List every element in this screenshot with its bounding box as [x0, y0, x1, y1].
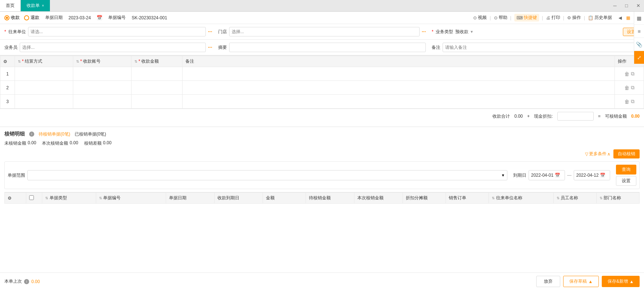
sort-account-icon[interactable]: ⇅ — [76, 59, 79, 63]
chevron-up-icon: ∧ — [607, 152, 610, 157]
gear-icon[interactable]: ⚙ — [3, 59, 7, 64]
history-btn[interactable]: 📋 历史单据 — [588, 15, 612, 21]
sort-number-icon[interactable]: ⇅ — [99, 196, 102, 200]
row3-account[interactable] — [73, 95, 131, 109]
scroll-area[interactable]: 收款 退款 单据日期 2023-03-24 📅 单据编号 SK-20230324… — [0, 12, 644, 273]
date-end-input[interactable]: 2022-04-12 📅 — [574, 170, 610, 180]
due-date-label: 到期日 — [513, 172, 526, 179]
date-end-calendar-icon: 📅 — [600, 173, 605, 178]
calendar-icon[interactable]: 📅 — [97, 15, 102, 20]
shortcut-icon: ⌨ — [517, 15, 523, 20]
note-input[interactable] — [443, 43, 640, 52]
unchecked-label: 未核销金额 — [4, 140, 26, 146]
done-tab[interactable]: 已核销单据(0笔) — [75, 131, 106, 137]
sort-dept-icon[interactable]: ⇅ — [600, 196, 602, 200]
tab-close-icon[interactable]: × — [42, 4, 44, 8]
sort-staff-icon[interactable]: ⇅ — [557, 196, 559, 200]
tab-home[interactable]: 首页 — [0, 0, 21, 11]
range-select[interactable]: ▾ — [27, 170, 507, 180]
more-conditions-label: 更多条件 — [589, 151, 606, 157]
counterparty-more-btn[interactable]: ··· — [208, 29, 212, 35]
select-all-checkbox[interactable] — [29, 195, 34, 200]
query-form: 单据范围 ▾ 到期日 2022-04-01 📅 — 2022-04-12 — [4, 161, 640, 189]
staff-more-btn[interactable]: ··· — [208, 44, 212, 50]
row3-note[interactable] — [182, 95, 615, 109]
window-controls: ─ □ ✕ — [609, 0, 644, 12]
radio-receipt-label: 收款 — [11, 15, 20, 21]
row2-settlement[interactable] — [15, 81, 73, 95]
col-bottom-dept: ⇅ 部门名称 — [596, 193, 639, 204]
bottom-gear-icon[interactable]: ⚙ — [8, 196, 12, 201]
row2-account[interactable] — [73, 81, 131, 95]
verify-info-icon[interactable]: i — [29, 132, 34, 137]
col-bottom-checkbox[interactable] — [26, 193, 42, 204]
filter-right: ▽ 更多条件 ∧ 自动核销 — [585, 149, 640, 158]
close-button[interactable]: ✕ — [632, 0, 644, 12]
sidebar-icon-attachment[interactable]: 📎 — [634, 38, 644, 51]
row1-note[interactable] — [182, 67, 615, 81]
radio-receipt[interactable]: 收款 — [4, 15, 20, 21]
more-conditions-btn[interactable]: ▽ 更多条件 ∧ — [585, 151, 610, 157]
shortcut-btn[interactable]: ⌨ 快捷键 — [514, 14, 539, 21]
row3-copy-icon[interactable]: ⧉ — [631, 98, 635, 105]
main-wrapper: 收款 退款 单据日期 2023-03-24 📅 单据编号 SK-20230324… — [0, 12, 644, 290]
sidebar-icon-document[interactable]: ≡ — [634, 25, 644, 38]
row3-delete-icon[interactable]: 🗑 — [624, 99, 629, 105]
sidebar-icon-table[interactable]: ▦ — [634, 12, 644, 25]
query-button[interactable]: 查询 — [616, 165, 636, 175]
maximize-button[interactable]: □ — [621, 0, 632, 12]
video-btn[interactable]: ⊙ 视频 — [473, 15, 487, 21]
date-range-field: 到期日 2022-04-01 📅 — 2022-04-12 📅 — [513, 170, 610, 180]
col-header-gear[interactable]: ⚙ — [0, 56, 15, 67]
tab-receipt[interactable]: 收款单 × — [21, 0, 50, 11]
sort-amount-icon[interactable]: ⇅ — [134, 59, 137, 63]
row1-copy-icon[interactable]: ⧉ — [631, 71, 635, 77]
print-btn[interactable]: 🖨 打印 — [546, 15, 560, 21]
store-field: 门店 ··· — [218, 27, 426, 36]
row2-copy-icon[interactable]: ⧉ — [631, 85, 635, 91]
row1-account[interactable] — [73, 67, 131, 81]
col-bottom-number: ⇅ 单据编号 — [96, 193, 166, 204]
store-more-btn[interactable]: ··· — [422, 29, 426, 35]
sort-type-icon[interactable]: ⇅ — [45, 196, 48, 200]
help-btn[interactable]: ⊙ 帮助 — [494, 15, 507, 21]
prev-order-info-icon[interactable]: i — [24, 279, 29, 284]
row1-settlement[interactable] — [15, 67, 73, 81]
business-type-arrow[interactable]: ▾ — [471, 29, 473, 34]
layout-grid-icon[interactable]: ▦ — [624, 14, 632, 21]
sort-counterparty-icon[interactable]: ⇅ — [492, 196, 495, 200]
draft-button[interactable]: 保存草稿 ▲ — [563, 276, 599, 287]
row2-amount[interactable] — [131, 81, 182, 95]
prev-btn[interactable]: ◀ — [616, 14, 624, 21]
note-label: 备注 — [432, 44, 440, 51]
date-start-input[interactable]: 2022-04-01 📅 — [529, 170, 565, 180]
operation-btn[interactable]: ⚙ 操作 — [567, 15, 581, 21]
minimize-button[interactable]: ─ — [609, 0, 621, 12]
row3-amount[interactable] — [131, 95, 182, 109]
query-settings-btn[interactable]: 设置 — [616, 176, 636, 186]
row1-delete-icon[interactable]: 🗑 — [624, 71, 629, 77]
auto-verify-btn[interactable]: 自动核销 — [613, 149, 640, 158]
radio-refund[interactable]: 退款 — [24, 15, 39, 21]
footer: 本单上次 i 0.00 放弃 保存草稿 ▲ 保存&新增 ▲ — [0, 273, 644, 290]
save-button[interactable]: 保存&新增 ▲ — [602, 276, 640, 287]
store-input[interactable] — [229, 27, 420, 36]
row1-amount[interactable] — [131, 67, 182, 81]
discount-label: 现金折扣: — [534, 113, 553, 119]
row2-delete-icon[interactable]: 🗑 — [624, 85, 629, 91]
sidebar-icon-expand[interactable]: ⤢ — [634, 51, 644, 64]
row2-note[interactable] — [182, 81, 615, 95]
row1-op: 🗑 ⧉ — [615, 67, 644, 81]
footer-spacer — [0, 207, 644, 226]
sort-settlement-icon[interactable]: ⇅ — [18, 59, 21, 63]
col-bottom-gear[interactable]: ⚙ — [5, 193, 26, 204]
abandon-button[interactable]: 放弃 — [536, 276, 560, 287]
summary-input[interactable] — [229, 43, 426, 52]
staff-input[interactable] — [20, 43, 206, 52]
verify-header: 核销明细 i 待核销单据(0笔) 已核销单据(0笔) — [4, 131, 640, 137]
pending-tab[interactable]: 待核销单据(0笔) — [39, 131, 70, 137]
row3-settlement[interactable] — [15, 95, 73, 109]
discount-input[interactable] — [557, 112, 594, 121]
counterparty-input[interactable] — [28, 27, 206, 36]
unchecked-value: 0.00 — [28, 140, 36, 146]
